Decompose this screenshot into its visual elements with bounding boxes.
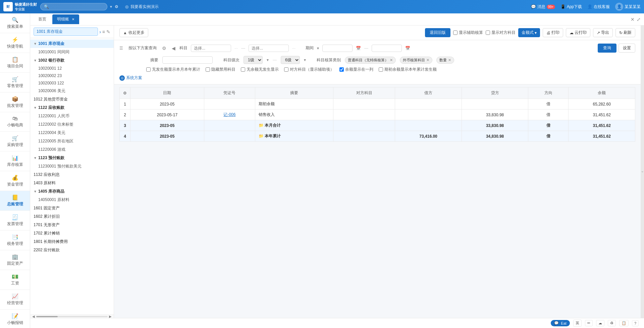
no-balance2-input[interactable] bbox=[241, 67, 245, 72]
settings-icon[interactable]: ⚙ bbox=[115, 4, 118, 9]
tree-toggle-1405[interactable]: ▼ bbox=[34, 190, 37, 193]
tree-item-1012[interactable]: 1012 其他货币资金 bbox=[30, 95, 114, 104]
return-old-btn[interactable]: 退回旧版 bbox=[425, 28, 450, 37]
period-balance-checkbox[interactable]: 期初余额显示本年累计发生额 bbox=[379, 67, 437, 72]
sidebar-item-ecommerce[interactable]: 🛍 小畅电商 bbox=[0, 112, 30, 132]
tree-item-1601[interactable]: 1601 固定资产 bbox=[30, 204, 114, 212]
tree-item-1123[interactable]: ▼ 1123 预付账款 bbox=[30, 154, 114, 162]
voucher-link[interactable]: 记-006 bbox=[223, 112, 235, 117]
balance-one-input[interactable] bbox=[339, 67, 344, 72]
system-plan-btn[interactable]: ◎ 系统方案 bbox=[119, 75, 142, 81]
period-balance-input[interactable] bbox=[379, 67, 383, 72]
sidebar-item-report[interactable]: 📝 小畅报销 bbox=[0, 310, 30, 328]
period-end-calendar-icon[interactable]: 📅 bbox=[405, 46, 410, 51]
demo-btn[interactable]: ◎ 我要看实例演示 bbox=[125, 4, 531, 10]
maximize-icon[interactable]: ⤢ bbox=[637, 17, 641, 22]
tree-item-1701[interactable]: 1701 无形资产 bbox=[30, 221, 114, 229]
help-btn[interactable]: ? bbox=[632, 320, 639, 326]
tree-item-11220005[interactable]: 11220005 所在地区 bbox=[30, 137, 114, 145]
subject-input[interactable] bbox=[191, 45, 231, 52]
sidebar-item-ops[interactable]: 📈 经营管理 bbox=[0, 290, 30, 310]
tree-item-2202[interactable]: 2202 应付账款 bbox=[30, 246, 114, 254]
tree-item-14050001[interactable]: 14050001 原材料 bbox=[30, 196, 114, 204]
online-service-btn[interactable]: 👤 在线客服 bbox=[587, 4, 610, 10]
search-input[interactable] bbox=[50, 4, 91, 9]
print-btn[interactable]: 🖨 打印 bbox=[543, 28, 563, 37]
nav-list-icon[interactable]: ≡ bbox=[102, 29, 105, 35]
show-contra-input[interactable] bbox=[486, 30, 490, 35]
level-end-select[interactable]: 6级5级4级 bbox=[281, 56, 300, 64]
export-btn[interactable]: ↗ 导出 bbox=[593, 28, 613, 37]
remove-tag1-btn[interactable]: ✕ bbox=[390, 58, 393, 62]
lang-btn[interactable]: 英 bbox=[573, 320, 582, 327]
tree-item-10020002[interactable]: 10020002 23 bbox=[30, 72, 114, 79]
period-calendar-icon[interactable]: 📅 bbox=[356, 46, 361, 51]
column-settings-icon[interactable]: ⚙ bbox=[123, 91, 127, 95]
show-aux-input[interactable] bbox=[453, 30, 458, 35]
tree-item-11220004[interactable]: 11220004 美元 bbox=[30, 129, 114, 137]
period-end-input[interactable]: 2023-05 bbox=[372, 45, 402, 52]
tree-item-1002[interactable]: ▼ 1002 银行存款 bbox=[30, 56, 114, 65]
query-btn[interactable]: 查询 bbox=[598, 44, 616, 53]
period-start-input[interactable]: 2023-05 bbox=[322, 45, 353, 52]
sidebar-item-project[interactable]: 📋 项目合同 bbox=[0, 53, 30, 73]
sidebar-item-tax[interactable]: 📑 税务管理 bbox=[0, 231, 30, 250]
user-avatar[interactable]: 👤 某某某某 bbox=[615, 3, 641, 11]
message-btn[interactable]: 💬 消息 99+ bbox=[531, 4, 555, 10]
cloud-print-btn[interactable]: ☁ 云打印 bbox=[566, 28, 590, 37]
close-window-icon[interactable]: ✕ bbox=[631, 17, 635, 22]
period-dropdown-icon[interactable]: ▾ bbox=[317, 46, 319, 51]
top-search[interactable]: 🔍 bbox=[40, 3, 107, 10]
tree-item-10020003[interactable]: 10020003 122 bbox=[30, 79, 114, 87]
col-settings[interactable]: ⚙ bbox=[120, 87, 130, 99]
tab-close-detail[interactable]: ✕ bbox=[72, 17, 74, 21]
sync-btn[interactable]: ♻ bbox=[608, 320, 616, 326]
sidebar-item-salary[interactable]: 💵 工资 bbox=[0, 270, 30, 290]
row2-voucher[interactable]: 记-006 bbox=[204, 110, 255, 120]
sidebar-item-assets[interactable]: 🏢 固定资产 bbox=[0, 250, 30, 270]
tab-detail[interactable]: 明细账 ✕ bbox=[52, 14, 79, 24]
no-balance2-checkbox[interactable]: 无余额无发生显示 bbox=[241, 67, 279, 72]
sidebar-item-shortcut[interactable]: ⚡ 快捷导航 bbox=[0, 33, 30, 53]
sidebar-item-inventory[interactable]: 📊 库存核算 bbox=[0, 151, 30, 171]
contra-checkbox[interactable]: 对方科目（显示辅助项） bbox=[284, 67, 334, 72]
remove-tag2-btn[interactable]: ✕ bbox=[426, 58, 429, 62]
hide-disabled-checkbox[interactable]: 隐藏禁用科目 bbox=[206, 67, 235, 72]
no-balance-input[interactable] bbox=[146, 67, 151, 72]
tree-item-11220002[interactable]: 11220002 往来标签 bbox=[30, 120, 114, 129]
setting-btn[interactable]: 设置 bbox=[619, 44, 635, 53]
sidebar-item-search[interactable]: 🔍 搜索菜单 bbox=[0, 13, 30, 33]
tree-item-11220001[interactable]: 11220001 人民币 bbox=[30, 112, 114, 120]
tree-item-10020001[interactable]: 10020001 12 bbox=[30, 65, 114, 72]
tree-toggle-1122[interactable]: ▼ bbox=[34, 106, 37, 110]
sidebar-item-wholesale[interactable]: 📦 批发管理 bbox=[0, 92, 30, 112]
sidebar-item-purchase[interactable]: 🛒 采购管理 bbox=[0, 132, 30, 151]
tree-toggle-1002[interactable]: ▼ bbox=[34, 59, 37, 62]
level-start-select[interactable]: 1级2级3级 bbox=[244, 56, 263, 64]
tree-toggle-1001[interactable]: ▼ bbox=[34, 42, 37, 46]
collapse-btn[interactable]: ▲ 收起更多 bbox=[119, 28, 148, 37]
filter-settings-icon[interactable]: ⚙ bbox=[162, 46, 166, 51]
app-download-btn[interactable]: 📱 App下载 bbox=[560, 4, 582, 10]
show-contra-checkbox[interactable]: 显示对方科目 bbox=[486, 30, 516, 36]
tree-item-11230001[interactable]: 11230001 预付账款美元 bbox=[30, 162, 114, 171]
edit-btn[interactable]: ✏ bbox=[585, 320, 593, 326]
sidebar-item-invoice[interactable]: 🧾 发票管理 bbox=[0, 211, 30, 231]
chat-btn[interactable]: 💬 Eat bbox=[551, 320, 570, 326]
tree-item-10020006[interactable]: 10020006 美元 bbox=[30, 87, 114, 95]
nav-next-arrow[interactable]: › bbox=[99, 29, 101, 35]
sidebar-item-retail[interactable]: 🛒 零售管理 bbox=[0, 73, 30, 92]
summary-input[interactable] bbox=[162, 56, 213, 64]
right-panel[interactable]: › bbox=[641, 25, 644, 318]
tree-item-1132[interactable]: 1132 应收利息 bbox=[30, 171, 114, 179]
amount-format-btn[interactable]: 金额式 ▾ bbox=[518, 28, 540, 37]
no-balance-checkbox[interactable]: 无发生额显示本月本年累计 bbox=[146, 67, 200, 72]
tree-item-1001[interactable]: ▼ 1001 库存现金 bbox=[30, 40, 114, 48]
tree-item-1405[interactable]: ▼ 1405 库存商品 bbox=[30, 187, 114, 196]
refresh-btn[interactable]: ↻ 刷新 bbox=[615, 28, 635, 37]
tree-item-1602[interactable]: 1602 累计折旧 bbox=[30, 212, 114, 221]
balance-one-checkbox[interactable]: 余额显示在一列 bbox=[339, 67, 373, 72]
dropdown-icon[interactable]: ▾ bbox=[110, 4, 112, 9]
sidebar-item-capital[interactable]: 💰 资金管理 bbox=[0, 171, 30, 191]
tree-item-1702[interactable]: 1702 累计摊销 bbox=[30, 229, 114, 238]
